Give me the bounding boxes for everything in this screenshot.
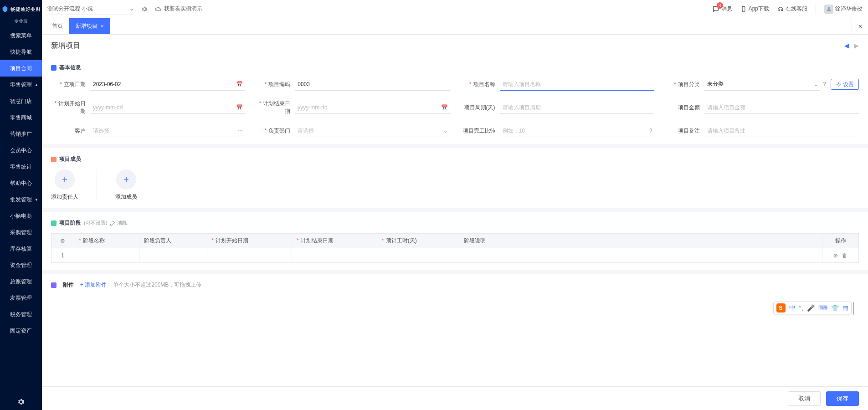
gear-icon[interactable]: ⚙ <box>60 238 65 244</box>
main: 测试分开流程-小况 ⌄ 我要看实例演示 8 消息 App下载 <box>42 0 868 410</box>
sidebar-item-asset[interactable]: 固定资产 <box>0 323 42 339</box>
sidebar-item-invoice[interactable]: 发票管理 <box>0 290 42 306</box>
input-code[interactable] <box>295 78 449 91</box>
sidebar-item-ecommerce[interactable]: 小畅电商 <box>0 208 42 224</box>
sidebar: 畅捷通好业财 专业版 搜索菜单 快捷导航 项目合同 零售管理▲ 智慧门店 零售商… <box>0 0 42 410</box>
caret-up-icon: ▲ <box>35 83 38 87</box>
chevron-down-icon[interactable]: ⌄ <box>814 81 818 87</box>
headset-icon <box>777 6 784 12</box>
sidebar-item-purchase[interactable]: 采购管理 <box>0 224 42 241</box>
table-row[interactable]: 1 ⊕ 🗑 <box>51 248 859 263</box>
sidebar-settings[interactable] <box>0 394 42 410</box>
row-add-icon[interactable]: ⊕ <box>833 252 838 259</box>
ime-punct-icon[interactable]: °, <box>799 304 804 312</box>
help-icon[interactable]: ? <box>649 128 652 134</box>
ime-lang[interactable]: 中 <box>789 304 796 312</box>
section-icon <box>51 220 56 226</box>
ime-skin-icon[interactable]: 👕 <box>831 304 839 312</box>
sidebar-item-retail-stats[interactable]: 零售统计 <box>0 159 42 175</box>
page-header: 新增项目 ◀ ▶ <box>42 35 868 56</box>
label-name: 项目名称 <box>461 81 500 88</box>
sidebar-item-smart-store[interactable]: 智慧门店 <box>0 93 42 109</box>
label-period: 项目周期(天) <box>461 104 500 112</box>
more-icon[interactable]: ⋯ <box>237 128 243 134</box>
ime-voice-icon[interactable]: 🎤 <box>807 304 815 312</box>
ime-keyboard-icon[interactable]: ⌨ <box>818 304 827 312</box>
section-attachment: 附件 + 添加附件 单个大小不超过200MB，可拖拽上传 <box>42 270 868 296</box>
sidebar-item-inventory[interactable]: 库存核算 <box>0 241 42 257</box>
category-config-button[interactable]: 设置 <box>831 79 859 90</box>
calendar-icon[interactable]: 📅 <box>236 81 243 87</box>
input-end[interactable] <box>295 101 449 114</box>
prev-record-button[interactable]: ◀ <box>844 42 849 49</box>
sidebar-item-ledger[interactable]: 总账管理 <box>0 273 42 290</box>
stage-table: ⚙ 阶段名称 阶段负责人 计划开始日期 计划结束日期 预计工时(天) 阶段说明 … <box>51 233 859 263</box>
chevron-down-icon[interactable]: ⌄ <box>443 128 448 134</box>
label-code: 项目编码 <box>256 81 295 88</box>
input-dept[interactable] <box>295 124 449 137</box>
brand-icon <box>1 5 9 13</box>
account-settings-icon[interactable] <box>141 6 148 12</box>
input-amount[interactable] <box>704 101 859 114</box>
tab-home[interactable]: 首页 <box>46 18 69 34</box>
sidebar-item-help[interactable]: 帮助中心 <box>0 175 42 191</box>
gear-icon <box>17 398 25 405</box>
label-amount: 项目金额 <box>665 104 704 112</box>
sidebar-item-member[interactable]: 会员中心 <box>0 142 42 159</box>
sidebar-item-fund[interactable]: 资金管理 <box>0 257 42 273</box>
user-menu[interactable]: 徐泽华修改 <box>824 5 863 14</box>
mobile-icon <box>740 6 747 12</box>
eraser-icon <box>110 220 115 226</box>
label-remark: 项目备注 <box>665 127 704 135</box>
sidebar-item-quicknav[interactable]: 快捷导航 <box>0 44 42 60</box>
close-icon[interactable]: ✕ <box>100 24 104 29</box>
form-body: 基本信息 立项日期 📅 项目编码 <box>42 56 868 410</box>
save-button[interactable]: 保存 <box>826 391 859 406</box>
add-owner-button[interactable]: + <box>55 169 75 190</box>
section-icon <box>51 65 56 71</box>
brand-logo: 畅捷通好业财 <box>0 0 42 18</box>
sidebar-item-project-contract[interactable]: 项目合同 <box>0 60 42 77</box>
input-customer[interactable] <box>90 124 245 137</box>
sidebar-item-marketing[interactable]: 营销推广 <box>0 126 42 142</box>
sogou-logo-icon: S <box>776 303 786 313</box>
caret-down-icon: ▼ <box>35 198 38 202</box>
sidebar-item-retail[interactable]: 零售管理▲ <box>0 77 42 93</box>
next-record-button[interactable]: ▶ <box>854 42 859 49</box>
input-pct[interactable] <box>500 124 654 137</box>
sidebar-item-retail-mall[interactable]: 零售商城 <box>0 109 42 126</box>
close-all-tabs[interactable]: ✕ <box>852 18 868 34</box>
calendar-icon[interactable]: 📅 <box>441 104 448 111</box>
avatar-icon <box>824 5 833 14</box>
demo-link[interactable]: 我要看实例演示 <box>155 5 202 13</box>
brand-edition: 专业版 <box>0 18 42 27</box>
ime-drag-handle[interactable] <box>853 302 854 315</box>
folder-icon <box>51 282 56 288</box>
form-footer: 取消 保存 <box>42 386 868 410</box>
cloud-icon <box>155 6 161 12</box>
input-date[interactable] <box>90 78 245 91</box>
input-remark[interactable] <box>704 124 859 137</box>
clear-stages-button[interactable]: 清除 <box>110 220 127 226</box>
help-icon[interactable]: ? <box>823 81 826 87</box>
cancel-button[interactable]: 取消 <box>788 391 821 406</box>
input-period[interactable] <box>500 101 654 114</box>
sidebar-item-tax[interactable]: 税务管理 <box>0 306 42 323</box>
add-member-button[interactable]: + <box>116 169 136 190</box>
service-button[interactable]: 在线客服 <box>777 5 807 13</box>
ime-menu-icon[interactable]: ▦ <box>842 304 848 312</box>
messages-button[interactable]: 8 消息 <box>712 5 732 13</box>
input-name[interactable] <box>500 78 654 91</box>
add-attachment-button[interactable]: + 添加附件 <box>80 281 107 289</box>
ime-toolbar[interactable]: S 中 °, 🎤 ⌨ 👕 ▦ <box>773 302 852 314</box>
sidebar-item-wholesale[interactable]: 批发管理▼ <box>0 191 42 208</box>
sidebar-item-search[interactable]: 搜索菜单 <box>0 27 42 44</box>
label-dept: 负责部门 <box>256 127 295 135</box>
input-start[interactable] <box>90 101 245 114</box>
app-download-button[interactable]: App下载 <box>740 5 769 13</box>
row-delete-icon[interactable]: 🗑 <box>842 252 847 259</box>
calendar-icon[interactable]: 📅 <box>236 104 243 111</box>
input-category[interactable] <box>704 78 821 91</box>
account-selector[interactable]: 测试分开流程-小况 ⌄ <box>47 3 134 15</box>
tab-new-project[interactable]: 新增项目 ✕ <box>69 18 110 34</box>
